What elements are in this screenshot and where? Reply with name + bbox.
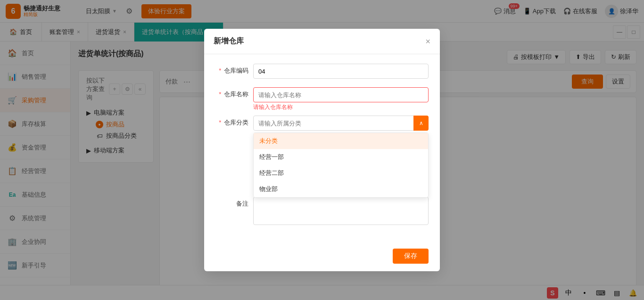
modal-new-warehouse: 新增仓库 × * 仓库编码 * 仓库名称 请输入仓库名称 xyxy=(204,29,440,271)
category-dropdown: 未分类 经营一部 经营二部 物业部 xyxy=(253,133,429,198)
category-dropdown-arrow[interactable]: ∧ xyxy=(413,116,429,131)
save-button[interactable]: 保存 xyxy=(393,249,429,264)
warehouse-code-label: * 仓库编码 xyxy=(215,64,253,75)
modal-overlay: 新增仓库 × * 仓库编码 * 仓库名称 请输入仓库名称 xyxy=(0,0,644,300)
remark-textarea[interactable] xyxy=(253,197,429,225)
warehouse-category-select-wrap: ∧ 未分类 经营一部 经营二部 物业部 xyxy=(253,116,429,131)
modal-close-button[interactable]: × xyxy=(425,37,430,46)
warehouse-category-input[interactable] xyxy=(253,116,429,131)
form-row-category: * 仓库分类 ∧ 未分类 经营一部 经营二部 物业部 xyxy=(215,116,429,131)
modal-footer: 保存 xyxy=(204,243,440,271)
warehouse-name-error: 请输入仓库名称 xyxy=(253,103,293,111)
warehouse-name-label: * 仓库名称 xyxy=(215,87,253,99)
warehouse-category-label: * 仓库分类 xyxy=(215,116,253,127)
form-row-name: * 仓库名称 请输入仓库名称 xyxy=(215,87,429,102)
modal-header: 新增仓库 × xyxy=(204,29,440,54)
modal-title: 新增仓库 xyxy=(214,36,244,46)
form-row-code: * 仓库编码 xyxy=(215,64,429,79)
dropdown-item-dept1[interactable]: 经营一部 xyxy=(254,149,428,165)
dropdown-item-uncategorized[interactable]: 未分类 xyxy=(254,133,428,149)
warehouse-code-input[interactable] xyxy=(253,64,429,79)
warehouse-name-input[interactable] xyxy=(253,87,429,102)
remark-label: 备注 xyxy=(215,197,253,208)
modal-body: * 仓库编码 * 仓库名称 请输入仓库名称 * xyxy=(204,54,440,243)
dropdown-item-dept2[interactable]: 经营二部 xyxy=(254,165,428,181)
dropdown-item-property[interactable]: 物业部 xyxy=(254,181,428,197)
form-row-remark: 备注 xyxy=(215,197,429,225)
